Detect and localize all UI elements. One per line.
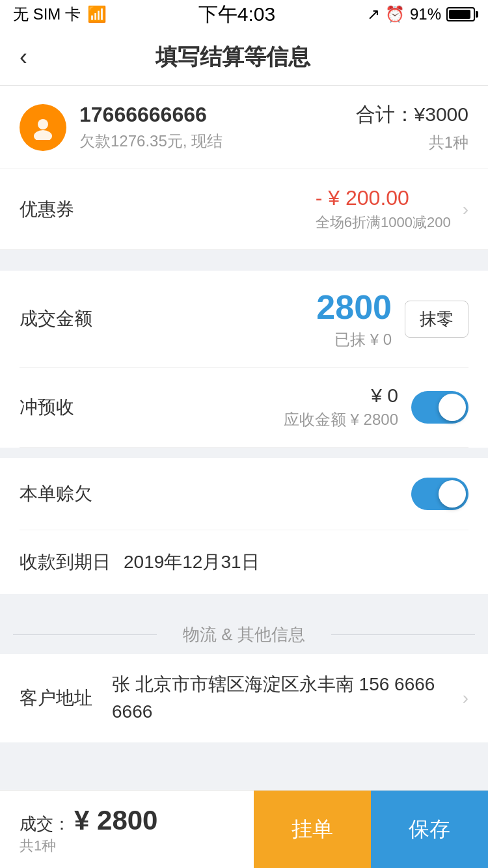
status-left: 无 SIM 卡 📶 <box>13 4 107 25</box>
section-gap-2 <box>0 448 488 458</box>
address-label: 客户地址 <box>20 686 92 711</box>
battery-icon <box>446 7 475 21</box>
address-value: 张 北京市市辖区海淀区永丰南 156 6666 6666 <box>112 671 456 726</box>
advance-right: ¥ 0 应收金额 ¥ 2800 <box>284 385 468 430</box>
coupon-label: 优惠券 <box>20 197 74 222</box>
page-title: 填写结算等信息 <box>34 42 432 72</box>
coupon-discount: - ¥ 200.00 <box>316 186 451 210</box>
divider-line-left <box>13 634 157 635</box>
back-button[interactable]: ‹ <box>13 37 34 77</box>
footer-summary: 成交： ¥ 2800 共1种 <box>0 804 254 856</box>
location-icon: ↗ <box>367 5 380 23</box>
customer-info-card: 17666666666 欠款1276.35元, 现结 合计：¥3000 共1种 … <box>0 86 488 250</box>
advance-payment-row: 冲预收 ¥ 0 应收金额 ¥ 2800 <box>20 368 468 448</box>
coupon-right: - ¥ 200.00 全场6折满1000减200 › <box>316 186 468 232</box>
advance-amount-value: ¥ 0 <box>284 385 398 407</box>
save-button[interactable]: 保存 <box>371 791 488 869</box>
coupon-row[interactable]: 优惠券 - ¥ 200.00 全场6折满1000减200 › <box>0 169 488 250</box>
transaction-section: 成交金额 2800 已抹 ¥ 0 抹零 冲预收 ¥ 0 应收金额 ¥ 2800 <box>0 271 488 448</box>
battery-fill <box>449 10 470 19</box>
footer-transaction-line: 成交： ¥ 2800 <box>20 804 234 836</box>
transaction-amount-label: 成交金额 <box>20 306 92 331</box>
duedate-row: 收款到期日 2019年12月31日 <box>20 530 468 594</box>
footer-transaction-label: 成交： <box>20 813 70 835</box>
advance-sub-info: 应收金额 ¥ 2800 <box>284 409 398 430</box>
total-count-label: 共1种 <box>356 132 468 153</box>
customer-total: 合计：¥3000 共1种 <box>356 102 468 153</box>
svg-point-0 <box>38 119 48 129</box>
customer-details: 17666666666 欠款1276.35元, 现结 <box>79 103 223 152</box>
address-section[interactable]: 客户地址 张 北京市市辖区海淀区永丰南 156 6666 6666 › <box>0 654 488 742</box>
svg-point-1 <box>34 130 52 140</box>
duedate-value: 2019年12月31日 <box>124 550 260 575</box>
avatar <box>20 104 66 151</box>
advance-payment-label: 冲预收 <box>20 395 74 420</box>
wifi-icon: 📶 <box>87 5 107 23</box>
alarm-icon: ⏰ <box>385 5 405 23</box>
debt-label: 本单赊欠 <box>20 481 92 506</box>
advance-payment-toggle[interactable] <box>411 391 468 424</box>
amount-block: 2800 已抹 ¥ 0 <box>316 288 392 350</box>
debt-toggle[interactable] <box>411 478 468 510</box>
status-time: 下午4:03 <box>198 1 275 28</box>
pending-button[interactable]: 挂单 <box>254 791 371 869</box>
debt-section: 本单赊欠 收款到期日 2019年12月31日 <box>0 458 488 594</box>
advance-amount-block: ¥ 0 应收金额 ¥ 2800 <box>284 385 398 430</box>
total-amount-label: 合计：¥3000 <box>356 102 468 128</box>
amount-right: 2800 已抹 ¥ 0 抹零 <box>316 288 468 350</box>
address-chevron-icon: › <box>463 688 468 709</box>
customer-left: 17666666666 欠款1276.35元, 现结 <box>20 103 223 152</box>
status-bar: 无 SIM 卡 📶 下午4:03 ↗ ⏰ 91% <box>0 0 488 29</box>
coupon-chevron-icon: › <box>463 199 468 220</box>
coupon-description: 全场6折满1000减200 <box>316 213 451 232</box>
divider-line-right <box>331 634 475 635</box>
round-button[interactable]: 抹零 <box>405 301 468 338</box>
debt-row: 本单赊欠 <box>20 458 468 530</box>
duedate-label: 收款到期日 <box>20 550 111 575</box>
footer-amount: ¥ 2800 <box>74 805 157 836</box>
nav-bar: ‹ 填写结算等信息 <box>0 29 488 86</box>
footer: 成交： ¥ 2800 共1种 挂单 保存 <box>0 790 488 868</box>
battery-percent: 91% <box>410 5 441 23</box>
status-right: ↗ ⏰ 91% <box>367 5 475 23</box>
toggle-knob <box>439 394 466 421</box>
section-gap-1 <box>0 260 488 271</box>
footer-count: 共1种 <box>20 836 234 856</box>
logistics-divider-text: 物流 & 其他信息 <box>183 623 305 646</box>
coupon-info: - ¥ 200.00 全场6折满1000减200 <box>316 186 451 232</box>
logistics-divider: 物流 & 其他信息 <box>0 615 488 654</box>
debt-toggle-knob <box>439 480 466 508</box>
transaction-amount-sub: 已抹 ¥ 0 <box>316 329 392 350</box>
transaction-amount-value: 2800 <box>316 288 392 327</box>
customer-phone: 17666666666 <box>79 103 223 127</box>
transaction-amount-row: 成交金额 2800 已抹 ¥ 0 抹零 <box>20 271 468 368</box>
customer-info-row: 17666666666 欠款1276.35元, 现结 合计：¥3000 共1种 <box>0 86 488 169</box>
carrier-label: 无 SIM 卡 <box>13 4 81 25</box>
section-gap-3 <box>0 604 488 615</box>
customer-sub-info: 欠款1276.35元, 现结 <box>79 131 223 152</box>
